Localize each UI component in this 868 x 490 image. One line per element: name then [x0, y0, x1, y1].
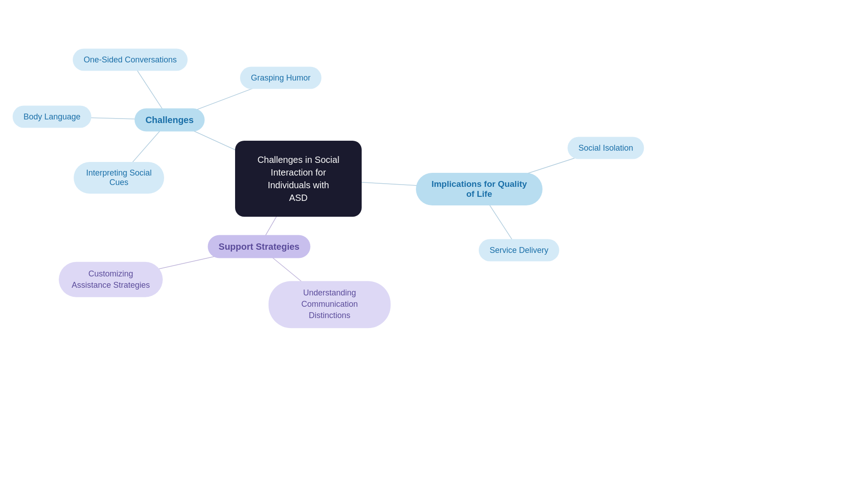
node-center: Challenges in Social Interaction for Ind… — [235, 141, 362, 217]
node-understanding-comm: Understanding Communication Distinctions — [269, 281, 391, 328]
mind-map-container: Challenges in Social Interaction for Ind… — [0, 0, 868, 490]
node-interpreting-social-cues: Interpreting Social Cues — [74, 162, 164, 194]
node-body-language: Body Language — [13, 106, 91, 128]
node-service-delivery: Service Delivery — [479, 239, 559, 262]
connections-svg — [0, 0, 868, 490]
node-support-strategies: Support Strategies — [208, 235, 311, 258]
node-grasping-humor: Grasping Humor — [240, 67, 321, 89]
node-customizing: Customizing Assistance Strategies — [59, 262, 163, 297]
node-implications: Implications for Quality of Life — [416, 173, 542, 205]
node-one-sided: One-Sided Conversations — [73, 49, 188, 71]
node-social-isolation: Social Isolation — [567, 137, 644, 159]
node-challenges: Challenges — [135, 109, 205, 132]
